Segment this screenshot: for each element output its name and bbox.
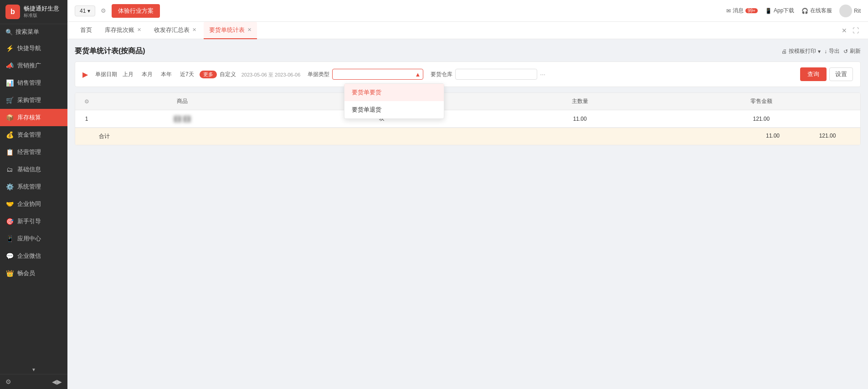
shortcut-more[interactable]: 更多 <box>200 71 217 78</box>
headset-icon: 🎧 <box>801 8 808 14</box>
sidebar-item-label: 系统管理 <box>17 183 41 191</box>
refresh-button[interactable]: ↺ 刷新 <box>843 47 861 55</box>
sidebar-nav: ⚡ 快捷导航 📣 营销推广 📊 销售管理 🛒 采购管理 📦 库存核算 💰 资金管… <box>0 40 67 365</box>
app-name: 畅捷通好生意 <box>24 5 59 13</box>
message-icon: ✉ <box>726 8 731 14</box>
message-btn[interactable]: ✉ 消息 99+ <box>726 7 758 15</box>
type-chevron-up-icon[interactable]: ▲ <box>415 71 421 78</box>
th-gear[interactable]: ⚙ <box>75 93 98 110</box>
system-icon: ⚙️ <box>5 183 14 191</box>
app-download-label: App下载 <box>774 7 794 15</box>
cell-no: 1 <box>75 110 98 128</box>
service-btn[interactable]: 🎧 在线客服 <box>801 7 832 15</box>
settings-icon[interactable]: ⚙ <box>5 378 11 385</box>
tab-receive-summary[interactable]: 收发存汇总表 ✕ <box>149 22 202 39</box>
warehouse-input[interactable] <box>455 69 537 80</box>
service-label: 在线客服 <box>810 7 832 15</box>
tab-home[interactable]: 首页 <box>75 22 98 39</box>
sidebar-item-inventory[interactable]: 📦 库存核算 <box>0 109 67 126</box>
footer-quantity: 11.00 <box>745 133 800 140</box>
sidebar-item-marketing[interactable]: 📣 营销推广 <box>0 57 67 74</box>
shortcut-custom[interactable]: 自定义 <box>220 71 236 78</box>
printer-icon: 🖨 <box>781 48 787 55</box>
print-button[interactable]: 🖨 按模板打印 ▾ <box>781 47 821 55</box>
tab-close-all-icon[interactable]: ✕ <box>840 26 849 35</box>
user-avatar-area[interactable]: Rit <box>839 5 861 17</box>
sidebar-item-guide[interactable]: 🎯 新手引导 <box>0 213 67 230</box>
gear-icon-topbar[interactable]: ⚙ <box>101 7 106 14</box>
sidebar-item-app-center[interactable]: 📱 应用中心 <box>0 230 67 247</box>
gear-icon-table[interactable]: ⚙ <box>84 98 89 105</box>
table-row: 1 ██ ██ 块 11.00 121.00 <box>75 110 860 128</box>
collapse-icon[interactable]: ◀▶ <box>52 378 62 385</box>
th-product: 商品 <box>98 93 267 110</box>
purchase-icon: 🛒 <box>5 96 14 104</box>
sidebar-item-label: 库存核算 <box>17 113 41 122</box>
sidebar-footer: ⚙ ◀▶ <box>0 374 67 389</box>
data-table: ⚙ 商品 主计量单位 主数量 零售金额 <box>75 93 860 128</box>
tab-close-receive[interactable]: ✕ <box>192 27 196 33</box>
sidebar-item-wechat[interactable]: 💬 企业微信 <box>0 247 67 265</box>
dropdown-item-order-goods[interactable]: 要货单要货 <box>344 84 444 101</box>
sidebar-item-enterprise[interactable]: 🤝 企业协同 <box>0 195 67 213</box>
sidebar-item-sales[interactable]: 📊 销售管理 <box>0 74 67 92</box>
sidebar-item-label: 资金管理 <box>17 131 41 139</box>
filter-toggle-btn[interactable]: ▶ <box>82 70 88 79</box>
tab-close-batch[interactable]: ✕ <box>137 27 141 33</box>
sidebar-item-label: 新手引导 <box>17 217 41 225</box>
type-input[interactable] <box>332 69 423 80</box>
sidebar-item-vip[interactable]: 👑 畅会员 <box>0 265 67 282</box>
promo-button[interactable]: 体验行业方案 <box>112 4 160 18</box>
shortcut-7days[interactable]: 近7天 <box>177 70 197 79</box>
sidebar-item-label: 应用中心 <box>17 235 41 243</box>
sidebar-item-operations[interactable]: 📋 经营管理 <box>0 143 67 161</box>
export-button[interactable]: ↓ 导出 <box>824 47 840 55</box>
sidebar-item-purchase[interactable]: 🛒 采购管理 <box>0 92 67 109</box>
guide-icon: 🎯 <box>5 217 14 225</box>
sidebar-item-basic-info[interactable]: 🗂 基础信息 <box>0 161 67 178</box>
tab-batch-account-label: 库存批次账 <box>105 26 134 34</box>
cell-amount: 121.00 <box>663 110 860 128</box>
sidebar-item-label: 销售管理 <box>17 79 41 87</box>
sidebar-item-system[interactable]: ⚙️ 系统管理 <box>0 178 67 195</box>
tab-batch-account[interactable]: 库存批次账 ✕ <box>99 22 147 39</box>
filter-actions: 查询 设置 <box>800 67 853 81</box>
warehouse-more-icon[interactable]: ··· <box>540 71 545 78</box>
filter-date-group: 单据日期 上月 本月 本年 近7天 更多 自定义 2023-05-06 至 20… <box>95 70 300 79</box>
tab-order-stats-label: 要货单统计表 <box>209 26 245 34</box>
export-icon: ↓ <box>824 48 827 55</box>
tab-close-order[interactable]: ✕ <box>247 27 252 33</box>
query-button[interactable]: 查询 <box>800 67 827 81</box>
app-logo-icon: b <box>5 5 20 19</box>
dropdown-item-order-return[interactable]: 要货单退货 <box>344 101 444 118</box>
data-table-container: ⚙ 商品 主计量单位 主数量 零售金额 <box>75 92 861 145</box>
shortcut-last-month[interactable]: 上月 <box>120 70 136 79</box>
warehouse-label: 要货仓库 <box>431 71 452 78</box>
footer-label: 合计 <box>81 133 172 140</box>
sidebar-item-label: 企业微信 <box>17 252 41 260</box>
app-version: 标准版 <box>24 12 59 19</box>
shortcut-this-month[interactable]: 本月 <box>139 70 155 79</box>
cell-product: ██ ██ <box>98 110 267 128</box>
tab-order-stats[interactable]: 要货单统计表 ✕ <box>204 22 257 39</box>
date-label: 单据日期 <box>95 71 117 78</box>
sidebar-item-quick-nav[interactable]: ⚡ 快捷导航 <box>0 40 67 57</box>
inventory-icon: 📦 <box>5 113 14 122</box>
search-icon: 🔍 <box>5 29 13 36</box>
sidebar-scroll-down[interactable]: ▼ <box>0 365 67 374</box>
sidebar-item-label: 快捷导航 <box>17 44 41 52</box>
sidebar-item-finance[interactable]: 💰 资金管理 <box>0 126 67 143</box>
operations-icon: 📋 <box>5 148 14 156</box>
type-label: 单据类型 <box>308 71 329 78</box>
sidebar-search[interactable]: 🔍 搜索菜单 <box>0 24 67 40</box>
app-download-btn[interactable]: 📱 App下载 <box>765 7 794 15</box>
chevron-down-icon-print: ▾ <box>818 48 821 55</box>
settings-button[interactable]: 设置 <box>829 67 853 81</box>
topbar-right: ✉ 消息 99+ 📱 App下载 🎧 在线客服 Rit <box>726 5 861 17</box>
store-selector[interactable]: 41 ▾ <box>75 5 95 16</box>
th-amount: 零售金额 <box>663 93 860 110</box>
shortcut-this-year[interactable]: 本年 <box>158 70 175 79</box>
th-quantity: 主数量 <box>498 93 663 110</box>
sidebar-item-label: 畅会员 <box>17 269 35 277</box>
tab-expand-icon[interactable]: ⛶ <box>851 26 861 35</box>
